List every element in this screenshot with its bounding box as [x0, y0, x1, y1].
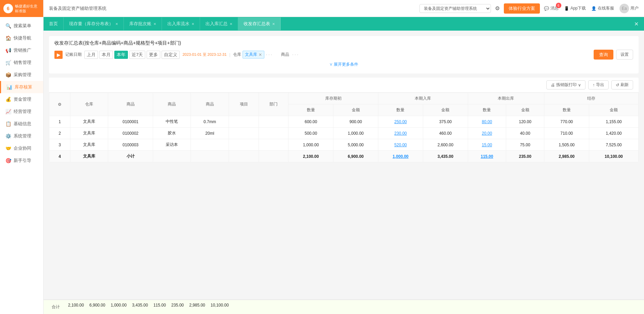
user-menu[interactable]: Ea 用户: [620, 4, 639, 13]
date-btn-more[interactable]: 更多: [147, 51, 160, 59]
tab-home[interactable]: 首页: [44, 17, 64, 30]
sidebar-item-system[interactable]: ⚙️ 系统管理: [0, 130, 43, 142]
row1-opening-amt: 900.00: [333, 116, 378, 128]
query-button[interactable]: 查询: [594, 50, 613, 60]
column-settings-icon[interactable]: ⚙: [58, 102, 62, 107]
row2-goods-code: 0100002: [108, 128, 153, 139]
date-btn-this-year[interactable]: 本年: [114, 51, 128, 59]
th-gear[interactable]: ⚙: [49, 93, 70, 116]
purchase-icon: 📦: [5, 72, 11, 78]
sidebar-item-purchase[interactable]: 📦 采购管理: [0, 69, 43, 81]
th-project: 项目: [229, 93, 259, 116]
row3-goods-name: 采访本: [153, 139, 191, 151]
goods-label: 商品: [281, 52, 289, 57]
subtotal-warehouse: 文具库: [70, 151, 108, 162]
date-btn-this-month[interactable]: 本月: [99, 51, 113, 59]
topbar: 装备及固定资产辅助管理系统 装备及固定资产辅助管理系统 ⚙ 体验行业方案 💬 消…: [44, 0, 644, 17]
row3-in-qty[interactable]: 520.00: [378, 139, 423, 151]
sidebar-item-sales[interactable]: 🛒 销售管理: [0, 56, 43, 69]
sidebar-item-operation[interactable]: 📈 经营管理: [0, 105, 43, 118]
tab-batch[interactable]: 库存批次账 ✕: [124, 17, 162, 30]
th-closing-amt: 金额: [589, 104, 639, 116]
row3-out-qty[interactable]: 15.00: [468, 139, 506, 151]
system-select[interactable]: 装备及固定资产辅助管理系统: [419, 4, 491, 13]
row3-closing-amt: 7,525.00: [589, 139, 639, 151]
sidebar-item-basic[interactable]: 📋 基础信息: [0, 118, 43, 130]
tab-collection-summary[interactable]: 收发存汇总表 ✕: [238, 17, 281, 30]
row1-goods-code: 0100001: [108, 116, 153, 128]
row2-in-qty[interactable]: 230.00: [378, 128, 423, 139]
subtotal-opening-amt: 6,900.00: [333, 151, 378, 162]
online-service-button[interactable]: 👤 在线客服: [591, 5, 614, 11]
sidebar-item-inventory[interactable]: 📊 库存核算: [0, 81, 43, 93]
tab-close-stock-dist[interactable]: ✕: [115, 22, 118, 26]
row1-out-amt: 120.00: [506, 116, 544, 128]
goods-more[interactable]: ···: [292, 51, 299, 58]
home-icon: 🏠: [5, 35, 11, 41]
refresh-button[interactable]: ↺ 刷新: [611, 80, 633, 89]
row2-opening-amt: 1,000.00: [333, 128, 378, 139]
row1-goods-name: 中性笔: [153, 116, 191, 128]
tab-inout-flow[interactable]: 出入库流水 ✕: [162, 17, 200, 30]
avatar: Ea: [620, 4, 629, 13]
sidebar-logo: 6 畅捷通好生意 标准版: [0, 0, 43, 17]
row2-department: [259, 128, 288, 139]
trial-button[interactable]: 体验行业方案: [504, 3, 540, 14]
tab-close-collection-summary[interactable]: ✕: [272, 22, 275, 26]
sidebar-item-marketing[interactable]: 📢 营销推广: [0, 44, 43, 56]
filter-actions: 查询 设置: [594, 50, 633, 60]
guide-icon: 🎯: [5, 158, 11, 163]
row1-out-qty[interactable]: 80.00: [468, 116, 506, 128]
marketing-icon: 📢: [5, 48, 11, 53]
subtotal-out-amt: 235.00: [506, 151, 544, 162]
row2-goods-spec: 20ml: [191, 128, 229, 139]
th-goods-code: 商品: [108, 93, 153, 116]
settings-small-button[interactable]: 设置: [616, 50, 633, 60]
app-download-button[interactable]: 📱 App下载: [564, 5, 586, 11]
filter-divider1: |: [229, 52, 230, 57]
subtotal-out-qty[interactable]: 115.00: [468, 151, 506, 162]
tab-close-inout-flow[interactable]: ✕: [192, 22, 194, 26]
date-btn-7days[interactable]: 近7天: [129, 51, 145, 59]
close-all-tabs[interactable]: ✕: [629, 17, 644, 31]
sidebar-item-finance[interactable]: 💰 资金管理: [0, 93, 43, 105]
th-department: 部门: [259, 93, 288, 116]
row2-out-qty[interactable]: 20.00: [468, 128, 506, 139]
message-icon: 💬: [544, 6, 549, 11]
row3-project: [229, 139, 259, 151]
filter-toggle-button[interactable]: ▶: [54, 51, 63, 59]
messages-button[interactable]: 💬 消息 6: [544, 5, 559, 11]
warehouse-tag-delete[interactable]: ✕: [259, 52, 262, 57]
date-btn-custom[interactable]: 自定义: [162, 51, 180, 59]
sidebar-item-guide[interactable]: 🎯 新手引导: [0, 154, 43, 167]
sidebar-item-quick-nav[interactable]: 🏠 快捷导航: [0, 32, 43, 44]
message-badge: 6: [556, 3, 561, 8]
row1-closing-amt: 1,155.00: [589, 116, 639, 128]
row2-closing-amt: 1,420.00: [589, 128, 639, 139]
subtotal-in-qty[interactable]: 1,000.00: [378, 151, 423, 162]
print-button[interactable]: 🖨 拣销版打印 ∨: [546, 80, 585, 89]
sidebar-item-search[interactable]: 🔍 搜索菜单: [0, 20, 43, 32]
warehouse-more[interactable]: ···: [266, 51, 273, 58]
settings-gear-icon[interactable]: ⚙: [495, 5, 500, 12]
row3-out-amt: 75.00: [506, 139, 544, 151]
tab-close-inout-summary[interactable]: ✕: [230, 22, 232, 26]
tab-stock-dist[interactable]: 现存量（库存分布表） ✕: [64, 17, 124, 30]
row3-goods-code: 0100003: [108, 139, 153, 151]
refresh-icon: ↺: [616, 83, 619, 87]
sidebar-item-enterprise[interactable]: 🤝 企业协同: [0, 142, 43, 154]
row1-department: [259, 116, 288, 128]
tab-inout-summary[interactable]: 出入库汇总 ✕: [200, 17, 238, 30]
table-toolbar: 🖨 拣销版打印 ∨ ↑ 导出 ↺ 刷新: [49, 78, 639, 93]
row2-project: [229, 128, 259, 139]
th-opening: 库存期初: [288, 93, 378, 104]
row1-in-qty[interactable]: 250.00: [378, 116, 423, 128]
export-button[interactable]: ↑ 导出: [588, 80, 609, 89]
warehouse-label: 仓库: [233, 52, 241, 57]
date-btn-last-month[interactable]: 上月: [84, 51, 98, 59]
row2-closing-qty: 710.00: [544, 128, 589, 139]
date-label: 记账日期: [65, 52, 82, 57]
expand-more-btn[interactable]: ∨ 展开更多条件: [54, 60, 633, 69]
th-out-amt: 金额: [506, 104, 544, 116]
tab-close-batch[interactable]: ✕: [153, 22, 156, 26]
